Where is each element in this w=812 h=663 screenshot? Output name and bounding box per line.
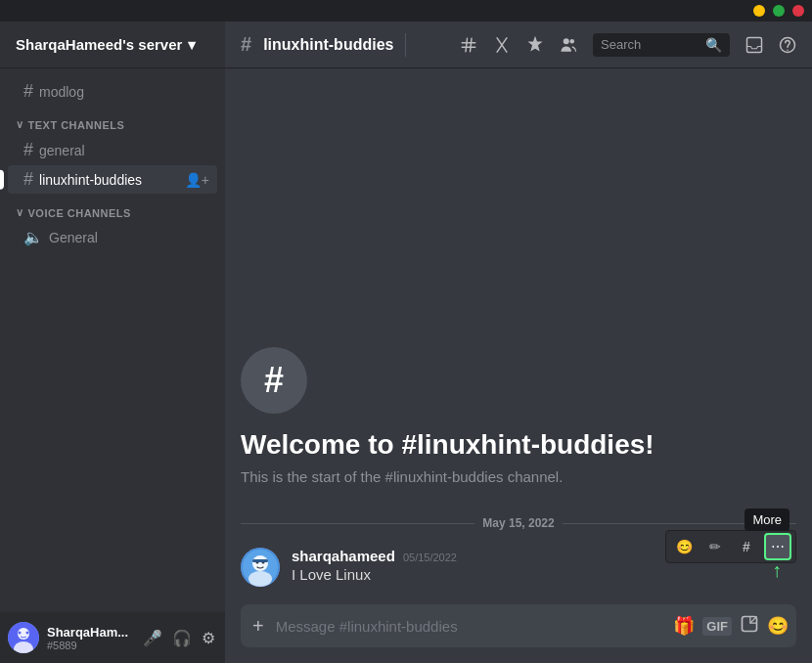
user-avatar: [8, 622, 39, 653]
message-wrapper: sharqahameed 05/15/2022 I Love Linux 😊 ✏…: [241, 546, 796, 589]
hash-icon-linuxhint: #: [23, 169, 33, 190]
date-divider: May 15, 2022: [241, 516, 796, 530]
message-input-wrapper: + 🎁 GIF 😊: [241, 604, 796, 647]
mic-button[interactable]: 🎤: [141, 627, 164, 649]
channel-item-linuxhint-buddies[interactable]: # linuxhint-buddies 👤+: [8, 165, 217, 194]
channel-label-voice-general: General: [49, 230, 98, 245]
welcome-desc: This is the start of the #linuxhint-budd…: [241, 468, 796, 485]
user-info: SharqaHam... #5889: [47, 625, 133, 651]
headphones-button[interactable]: 🎧: [170, 627, 194, 649]
search-icon: 🔍: [705, 37, 722, 53]
members-icon[interactable]: [560, 36, 577, 54]
notification-icon[interactable]: [493, 36, 511, 54]
category-label-voice: VOICE CHANNELS: [28, 207, 131, 219]
sidebar: SharqaHameed's server ▾ # modlog ∨ TEXT …: [0, 22, 225, 663]
user-area: SharqaHam... #5889 🎤 🎧 ⚙: [0, 612, 225, 663]
inbox-icon[interactable]: [745, 36, 763, 54]
category-voice-caret: ∨: [16, 206, 24, 219]
sticker-button[interactable]: [740, 614, 759, 639]
message-actions: 😊 ✏ # ⋯ More ↑: [665, 530, 796, 563]
username: SharqaHam...: [47, 625, 133, 640]
apps-button[interactable]: #: [733, 533, 760, 560]
apps-icon: #: [743, 539, 750, 554]
close-button[interactable]: [792, 5, 804, 17]
header-hash-icon: #: [241, 33, 251, 56]
svg-point-6: [570, 39, 575, 44]
category-label-text: TEXT CHANNELS: [28, 119, 125, 131]
edit-message-button[interactable]: ✏: [701, 533, 729, 560]
chat-area: # Welcome to #linuxhint-buddies! This is…: [225, 68, 812, 604]
maximize-button[interactable]: [773, 5, 785, 17]
channel-item-modlog[interactable]: # modlog: [8, 77, 217, 106]
user-controls: 🎤 🎧 ⚙: [141, 627, 217, 649]
attach-button[interactable]: +: [248, 611, 268, 641]
svg-rect-15: [252, 559, 268, 562]
date-label: May 15, 2022: [482, 516, 554, 530]
green-arrow-indicator: ↑: [772, 559, 782, 582]
channel-header: # linuxhint-buddies: [225, 22, 812, 68]
speaker-icon: 🔈: [23, 228, 43, 246]
search-label: Search: [601, 37, 699, 52]
svg-point-16: [248, 571, 272, 587]
message-input[interactable]: [276, 618, 666, 635]
gif-button[interactable]: GIF: [702, 617, 732, 636]
message-input-area: + 🎁 GIF 😊: [225, 604, 812, 663]
user-tag: #5889: [47, 640, 133, 651]
message-text: I Love Linux: [292, 566, 796, 583]
hash-icon: #: [23, 81, 33, 102]
message-timestamp: 05/15/2022: [403, 552, 457, 563]
minimize-button[interactable]: [753, 5, 765, 17]
main-content: # linuxhint-buddies: [225, 22, 812, 663]
svg-rect-7: [747, 37, 762, 52]
more-button[interactable]: ⋯ More: [764, 533, 791, 560]
channel-label-general: general: [39, 143, 85, 158]
title-bar: [0, 0, 812, 22]
channel-item-voice-general[interactable]: 🔈 General: [8, 224, 217, 250]
message-author: sharqahameed: [292, 548, 395, 564]
category-text-channels[interactable]: ∨ TEXT CHANNELS: [0, 107, 225, 135]
search-bar[interactable]: Search 🔍: [593, 33, 730, 57]
header-divider: [405, 33, 406, 57]
welcome-title: Welcome to #linuxhint-buddies!: [241, 429, 796, 461]
settings-button[interactable]: ⚙: [200, 627, 217, 649]
welcome-icon: #: [241, 347, 307, 414]
channel-header-name: linuxhint-buddies: [263, 36, 393, 54]
svg-point-9: [787, 49, 789, 51]
app-layout: SharqaHameed's server ▾ # modlog ∨ TEXT …: [0, 22, 812, 663]
svg-point-5: [564, 38, 569, 44]
category-voice-channels[interactable]: ∨ VOICE CHANNELS: [0, 195, 225, 223]
server-name: SharqaHameed's server: [16, 36, 182, 53]
emoji-reaction-button[interactable]: 😊: [670, 533, 698, 560]
emoji-icon: 😊: [676, 539, 693, 554]
hash-icon-general: #: [23, 140, 33, 160]
channel-list: # modlog ∨ TEXT CHANNELS # general # lin…: [0, 68, 225, 612]
server-dropdown-icon: ▾: [188, 36, 196, 54]
help-icon[interactable]: [779, 36, 796, 54]
server-header[interactable]: SharqaHameed's server ▾: [0, 22, 225, 68]
category-caret: ∨: [16, 118, 24, 131]
more-icon: ⋯: [771, 539, 785, 554]
threads-icon[interactable]: [460, 36, 477, 54]
edit-icon: ✏: [709, 539, 721, 554]
gift-icon[interactable]: 🎁: [673, 615, 695, 637]
svg-point-4: [26, 632, 29, 635]
channel-label-linuxhint: linuxhint-buddies: [39, 172, 142, 188]
emoji-picker-button[interactable]: 😊: [767, 615, 789, 637]
channel-label-modlog: modlog: [39, 84, 84, 100]
input-icons: 🎁 GIF 😊: [673, 614, 789, 639]
welcome-section: # Welcome to #linuxhint-buddies! This is…: [241, 347, 796, 501]
add-member-icon[interactable]: 👤+: [185, 172, 209, 188]
header-icons: Search 🔍: [460, 33, 796, 57]
channel-item-general[interactable]: # general: [8, 136, 217, 164]
message-avatar: [241, 548, 280, 587]
pin-icon[interactable]: [526, 36, 544, 54]
svg-point-3: [19, 632, 22, 635]
